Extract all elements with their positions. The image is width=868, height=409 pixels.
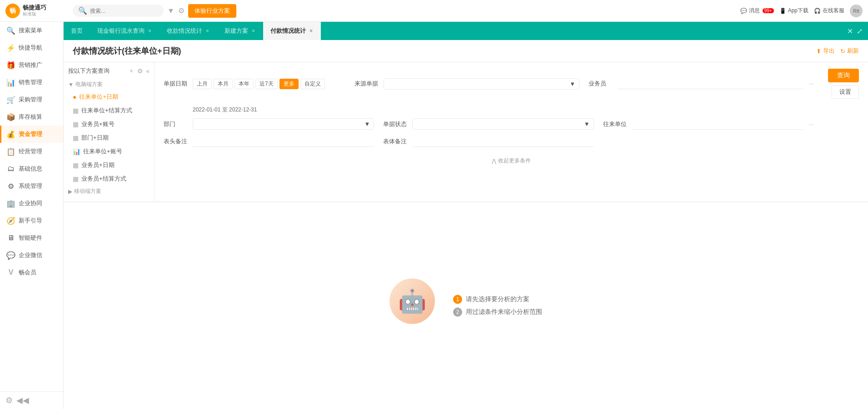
sidebar-item-guide[interactable]: 🧭 新手引导 (0, 212, 63, 229)
sidebar-item-quicknav[interactable]: ⚡ 快捷导航 (0, 39, 63, 56)
scheme-item-label-2: 往来单位+结算方式 (81, 106, 132, 115)
collab-icon: 🏢 (7, 199, 15, 207)
sidebar-item-member[interactable]: V 畅会员 (0, 264, 63, 281)
search-input[interactable] (90, 8, 158, 14)
sidebar-item-hardware[interactable]: 🖥 智能硬件 (0, 229, 63, 247)
tab-receipts-close[interactable]: × (205, 27, 210, 35)
user-avatar[interactable]: Rit (850, 5, 863, 17)
scheme-item-partner-date[interactable]: ● 往来单位+日期 (64, 90, 154, 104)
tab-cash-flow[interactable]: 现金银行流水查询 × (90, 22, 160, 40)
refresh-button[interactable]: ↻ 刷新 (840, 47, 859, 55)
online-service-btn[interactable]: 🎧 在线客服 (814, 7, 844, 15)
sidebar-item-search[interactable]: 🔍 搜索菜单 (0, 22, 63, 39)
logo-sub: 标准版 (23, 11, 46, 17)
sidebar-item-basicinfo[interactable]: 🗂 基础信息 (0, 160, 63, 177)
sidebar-settings-icon[interactable]: ⚙ (5, 395, 13, 405)
sidebar-item-inventory[interactable]: 📦 库存核算 (0, 108, 63, 126)
empty-tips: 1 请先选择要分析的方案 2 用过滤条件来缩小分析范围 (453, 295, 542, 317)
scheme-item-staff-settle[interactable]: ▦ 业务员+结算方式 (64, 172, 154, 186)
scheme-item-staff-account[interactable]: ▦ 业务员+账号 (64, 117, 154, 131)
scheme-settings-icon[interactable]: ⚙ (137, 67, 143, 75)
tab-payments[interactable]: 付款情况统计 × (263, 22, 321, 40)
scheme-item-label-4: 部门+日期 (81, 134, 109, 142)
sidebar-item-sales[interactable]: 📊 销售管理 (0, 74, 63, 91)
top-search-box[interactable]: 🔍 (73, 5, 164, 17)
partner-label: 往来单位 (603, 120, 629, 128)
scheme-item-partner-account[interactable]: 📊 往来单位+账号 (64, 145, 154, 158)
sidebar-label-finance: 资金管理 (19, 130, 42, 138)
sidebar-item-wechat[interactable]: 💬 企业微信 (0, 247, 63, 264)
tab-home[interactable]: 首页 (64, 22, 90, 40)
sidebar-item-finance[interactable]: 💰 资金管理 (0, 126, 63, 143)
sidebar-item-marketing[interactable]: 🎁 营销推广 (0, 56, 63, 74)
source-label: 来源单据 (354, 80, 380, 88)
scheme-item-partner-settle[interactable]: ▦ 往来单位+结算方式 (64, 104, 154, 117)
date-label: 单据日期 (164, 80, 189, 88)
refresh-icon: ↻ (840, 48, 845, 55)
sidebar-item-purchase[interactable]: 🛒 采购管理 (0, 91, 63, 108)
tab-payments-close[interactable]: × (309, 27, 314, 35)
date-btn-thismonth[interactable]: 本月 (214, 79, 233, 89)
sidebar-item-collab[interactable]: 🏢 企业协同 (0, 195, 63, 212)
system-icon: ⚙ (7, 182, 15, 190)
filter-group-partner: 往来单位 ··· (603, 119, 813, 130)
sidebar-item-system[interactable]: ⚙ 系统管理 (0, 177, 63, 195)
export-button[interactable]: ⬆ 导出 (816, 47, 835, 55)
top-bar: 畅 畅捷通巧 标准版 🔍 ▼ ⚙ 体验行业方案 💬 消息 99+ 📱 App下载… (0, 0, 868, 22)
filter-group-source: 来源单据 ▼ (354, 78, 579, 90)
partner-input[interactable] (632, 119, 803, 130)
page-content: 付款情况统计(往来单位+日期) ⬆ 导出 ↻ 刷新 (64, 40, 868, 409)
tab-cash-flow-close[interactable]: × (147, 27, 152, 35)
scheme-pc-label: 电脑端方案 (75, 81, 103, 88)
date-btn-lastmonth[interactable]: 上月 (193, 79, 212, 89)
scheme-add-icon[interactable]: ＋ (128, 67, 135, 75)
empty-tip-2: 2 用过滤条件来缩小分析范围 (453, 308, 542, 317)
partner-more-icon[interactable]: ··· (809, 121, 813, 127)
app-download-btn[interactable]: 📱 App下载 (779, 7, 808, 15)
salesperson-input[interactable] (618, 78, 803, 89)
header-note-label: 表头备注 (164, 137, 189, 146)
messages-btn[interactable]: 💬 消息 99+ (740, 7, 774, 15)
sidebar-label-purchase: 采购管理 (19, 96, 42, 104)
sidebar: 🔍 搜索菜单 ⚡ 快捷导航 🎁 营销推广 📊 销售管理 🛒 采购管理 📦 库存核… (0, 22, 64, 409)
salesperson-more-icon[interactable]: ··· (809, 81, 813, 87)
tab-cash-flow-label: 现金银行流水查询 (97, 27, 145, 35)
source-select[interactable]: ▼ (384, 78, 579, 90)
dept-dropdown-icon: ▼ (364, 121, 370, 127)
scheme-item-dept-date[interactable]: ▦ 部门+日期 (64, 131, 154, 145)
date-btn-thisyear[interactable]: 本年 (234, 79, 254, 89)
tab-new-scheme[interactable]: 新建方案 × (217, 22, 263, 40)
collapse-bar[interactable]: ⋀ 收起更多条件 (164, 153, 859, 168)
tab-new-scheme-close[interactable]: × (251, 27, 256, 35)
basicinfo-icon: 🗂 (7, 165, 15, 173)
tab-maximize-icon[interactable]: ⤢ (857, 27, 863, 35)
scheme-panel: 按以下方案查询 ＋ ⚙ « ▼ 电脑端方案 ● 往来单位+日期 (64, 62, 155, 202)
tab-receipts[interactable]: 收款情况统计 × (160, 22, 217, 40)
scheme-item-staff-date[interactable]: ▦ 业务员+日期 (64, 158, 154, 172)
status-select[interactable]: ▼ (412, 118, 594, 130)
sidebar-collapse-icon[interactable]: ◀◀ (16, 395, 29, 405)
sidebar-item-operations[interactable]: 📋 经营管理 (0, 143, 63, 160)
header-note-input[interactable] (193, 136, 374, 147)
scheme-collapse-icon[interactable]: « (146, 67, 150, 75)
scheme-active-icon: ● (73, 93, 76, 101)
filter-group-date: 单据日期 上月 本月 本年 近7天 更多 自定义 (164, 79, 345, 89)
tab-actions: ✕ ⤢ (847, 27, 868, 35)
main-layout: 🔍 搜索菜单 ⚡ 快捷导航 🎁 营销推广 📊 销售管理 🛒 采购管理 📦 库存核… (0, 22, 868, 409)
date-btn-custom[interactable]: 自定义 (300, 79, 325, 89)
body-note-input[interactable] (412, 136, 594, 147)
query-button[interactable]: 查询 (828, 69, 859, 82)
date-btn-7days[interactable]: 近7天 (255, 79, 278, 89)
trial-button[interactable]: 体验行业方案 (188, 4, 236, 18)
user-label: Rit (853, 8, 859, 14)
date-btn-more[interactable]: 更多 (279, 79, 299, 89)
scheme-pc-section[interactable]: ▼ 电脑端方案 (64, 79, 154, 90)
settings-top-icon[interactable]: ⚙ (178, 6, 185, 15)
tab-close-all-icon[interactable]: ✕ (847, 27, 853, 35)
sidebar-bottom: ⚙ ◀◀ (0, 391, 63, 409)
dept-select[interactable]: ▼ (193, 118, 374, 130)
scheme-mobile-section[interactable]: ▶ 移动端方案 (64, 186, 154, 197)
filter-group-header-note: 表头备注 (164, 136, 374, 147)
dropdown-icon[interactable]: ▼ (167, 7, 175, 15)
setting-button[interactable]: 设置 (832, 85, 859, 99)
